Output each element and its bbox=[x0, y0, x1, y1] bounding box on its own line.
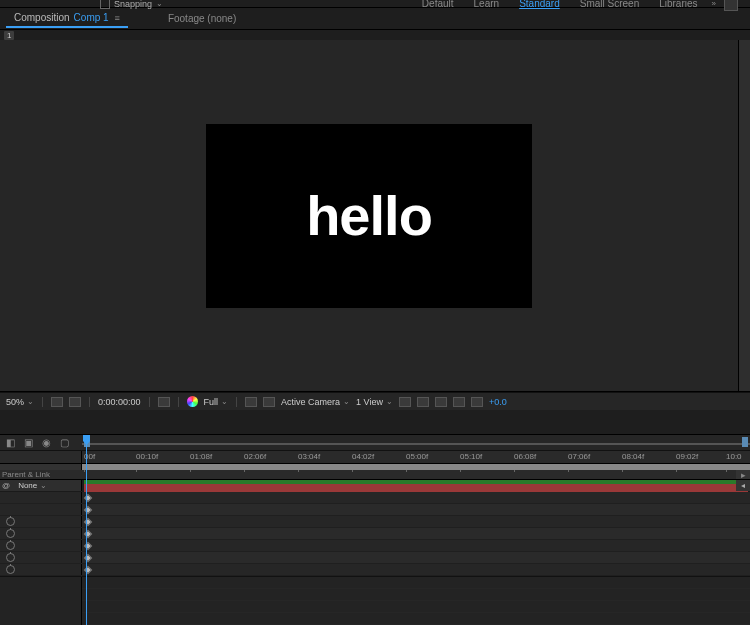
workspace-libraries[interactable]: Libraries bbox=[653, 0, 703, 9]
work-area-bar[interactable] bbox=[82, 443, 750, 445]
pixel-aspect-icon[interactable] bbox=[399, 397, 411, 407]
property-row[interactable] bbox=[0, 492, 750, 504]
chevron-down-icon: ⌄ bbox=[40, 481, 47, 490]
time-ruler[interactable]: 00f 00:10f 01:08f 02:06f 03:04f 04:02f 0… bbox=[82, 451, 750, 463]
checkbox-icon bbox=[100, 0, 110, 9]
panel-menu-icon[interactable]: ≡ bbox=[115, 13, 120, 23]
layer-duration-bar[interactable]: ◂ bbox=[82, 480, 750, 491]
composition-canvas[interactable]: hello bbox=[206, 124, 532, 308]
stopwatch-icon[interactable] bbox=[6, 565, 15, 574]
property-row[interactable] bbox=[0, 504, 750, 516]
pickwhip-icon[interactable]: @ bbox=[2, 481, 10, 490]
search-icon[interactable] bbox=[724, 0, 738, 11]
parent-dropdown[interactable]: None ⌄ bbox=[14, 481, 55, 490]
empty-track-area bbox=[0, 576, 750, 625]
layer-row[interactable]: @ None ⌄ ◂ bbox=[0, 480, 750, 492]
property-row[interactable] bbox=[0, 528, 750, 540]
panel-tabs: Composition Comp 1 ≡ Footage (none) bbox=[0, 8, 750, 30]
workspace-standard[interactable]: Standard bbox=[513, 0, 566, 9]
ruler-tick: 07:06f bbox=[568, 452, 590, 461]
views-value: 1 View bbox=[356, 397, 383, 407]
ruler-tick: 03:04f bbox=[298, 452, 320, 461]
comp-badge-row: 1 bbox=[0, 30, 750, 40]
frame-blend-icon[interactable]: ▣ bbox=[22, 437, 34, 449]
viewer-right-rail bbox=[738, 40, 750, 391]
chevron-down-icon: ⌄ bbox=[386, 397, 393, 406]
roi-icon[interactable] bbox=[245, 397, 257, 407]
fast-preview-icon[interactable] bbox=[417, 397, 429, 407]
canvas-text-layer[interactable]: hello bbox=[306, 183, 432, 248]
chevron-down-icon: ⌄ bbox=[343, 397, 350, 406]
viewer-footer: 50% ⌄ 0:00:00:00 Full ⌄ Active Camera ⌄ … bbox=[0, 392, 750, 410]
snapping-label: Snapping bbox=[114, 0, 152, 9]
workspace-learn[interactable]: Learn bbox=[468, 0, 506, 9]
tab-composition-name: Comp 1 bbox=[74, 12, 109, 23]
zoom-value: 50% bbox=[6, 397, 24, 407]
camera-dropdown[interactable]: Active Camera ⌄ bbox=[281, 397, 350, 407]
viewer-canvas-area[interactable]: hello bbox=[0, 40, 738, 391]
ruler-tick: 06:08f bbox=[514, 452, 536, 461]
workspace-default[interactable]: Default bbox=[416, 0, 460, 9]
ruler-tick: 05:00f bbox=[406, 452, 428, 461]
channel-icon[interactable] bbox=[187, 396, 198, 407]
transparency-grid-icon[interactable] bbox=[263, 397, 275, 407]
stopwatch-icon[interactable] bbox=[6, 541, 15, 550]
comp-badge[interactable]: 1 bbox=[4, 31, 14, 40]
stopwatch-icon[interactable] bbox=[6, 553, 15, 562]
comp-marker-button[interactable]: ▸ bbox=[736, 470, 750, 479]
grid-icon[interactable] bbox=[51, 397, 63, 407]
mask-visibility-icon[interactable] bbox=[69, 397, 81, 407]
workspace-overflow-icon[interactable]: » bbox=[712, 0, 716, 8]
workspace-small-screen[interactable]: Small Screen bbox=[574, 0, 645, 9]
playhead[interactable] bbox=[86, 435, 87, 625]
property-row[interactable] bbox=[0, 564, 750, 576]
motion-blur-icon[interactable]: ◉ bbox=[40, 437, 52, 449]
chevron-down-icon: ⌄ bbox=[27, 397, 34, 406]
resolution-value: Full bbox=[204, 397, 219, 407]
timeline-header: ◧ ▣ ◉ ▢ bbox=[0, 434, 750, 450]
time-ruler-row: 00f 00:10f 01:08f 02:06f 03:04f 04:02f 0… bbox=[0, 450, 750, 464]
tab-composition[interactable]: Composition Comp 1 ≡ bbox=[6, 9, 128, 28]
chevron-down-icon: ⌄ bbox=[221, 397, 228, 406]
ruler-tick: 04:02f bbox=[352, 452, 374, 461]
layer-columns-header: Parent & Link ▸ bbox=[0, 470, 750, 480]
current-time[interactable]: 0:00:00:00 bbox=[98, 397, 141, 407]
parent-link-header: Parent & Link bbox=[0, 470, 82, 479]
reset-exposure-icon[interactable] bbox=[471, 397, 483, 407]
property-row[interactable] bbox=[0, 540, 750, 552]
ruler-tick: 05:10f bbox=[460, 452, 482, 461]
views-dropdown[interactable]: 1 View ⌄ bbox=[356, 397, 393, 407]
snapshot-icon[interactable] bbox=[158, 397, 170, 407]
property-row[interactable] bbox=[0, 552, 750, 564]
property-row[interactable] bbox=[0, 516, 750, 528]
camera-value: Active Camera bbox=[281, 397, 340, 407]
exposure-value[interactable]: +0.0 bbox=[489, 397, 507, 407]
workspace-switcher: Default Learn Standard Small Screen Libr… bbox=[416, 0, 750, 11]
panel-divider[interactable] bbox=[0, 410, 750, 434]
ruler-tick: 00:10f bbox=[136, 452, 158, 461]
layer-end-handle-icon[interactable]: ◂ bbox=[736, 480, 750, 491]
graph-editor-icon[interactable]: ▢ bbox=[58, 437, 70, 449]
ruler-tick: 02:06f bbox=[244, 452, 266, 461]
stopwatch-icon[interactable] bbox=[6, 517, 15, 526]
flowchart-icon[interactable] bbox=[453, 397, 465, 407]
tab-footage[interactable]: Footage (none) bbox=[160, 10, 244, 27]
stopwatch-icon[interactable] bbox=[6, 529, 15, 538]
shy-icon[interactable]: ◧ bbox=[4, 437, 16, 449]
zoom-dropdown[interactable]: 50% ⌄ bbox=[6, 397, 34, 407]
resolution-dropdown[interactable]: Full ⌄ bbox=[204, 397, 229, 407]
top-menu-bar: Snapping ⌄ Default Learn Standard Small … bbox=[0, 0, 750, 8]
snapping-toggle[interactable]: Snapping ⌄ bbox=[100, 0, 163, 9]
parent-value: None bbox=[18, 481, 37, 490]
ruler-tick: 10:0 bbox=[726, 452, 742, 461]
ruler-tick: 09:02f bbox=[676, 452, 698, 461]
tab-composition-prefix: Composition bbox=[14, 12, 70, 23]
timeline-empty-area[interactable] bbox=[82, 577, 750, 625]
chevron-down-icon: ⌄ bbox=[156, 0, 163, 8]
ruler-tick: 01:08f bbox=[190, 452, 212, 461]
ruler-tick: 08:04f bbox=[622, 452, 644, 461]
timeline-icon[interactable] bbox=[435, 397, 447, 407]
composition-viewer: hello bbox=[0, 40, 750, 392]
